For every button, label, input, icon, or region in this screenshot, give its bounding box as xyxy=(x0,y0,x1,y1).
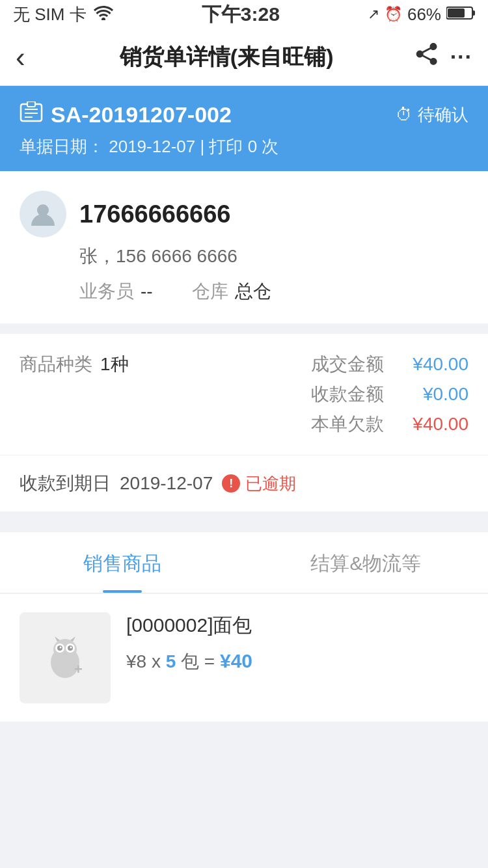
summary-left: 商品种类 1种 xyxy=(20,352,129,377)
order-banner: SA-20191207-002 ⏱ 待确认 单据日期： 2019-12-07 |… xyxy=(0,86,488,171)
order-date: 2019-12-07 xyxy=(109,137,195,156)
svg-point-17 xyxy=(60,647,62,649)
product-name: [0000002]面包 xyxy=(126,612,468,639)
status-left: 无 SIM 卡 xyxy=(13,3,114,26)
wifi-icon xyxy=(93,5,114,25)
summary-section: 商品种类 1种 成交金额 ¥40.00 收款金额 ¥0.00 本单欠款 ¥40.… xyxy=(0,334,488,455)
product-thumbnail: + xyxy=(20,612,111,703)
svg-rect-1 xyxy=(472,10,475,16)
summary-right: 成交金额 ¥40.00 收款金额 ¥0.00 本单欠款 ¥40.00 xyxy=(311,352,468,437)
transaction-value: ¥40.00 xyxy=(397,354,468,375)
share-button[interactable] xyxy=(415,42,439,72)
customer-name: 张，156 6666 6666 xyxy=(79,244,468,269)
customer-section: 17666666666 张，156 6666 6666 业务员 -- 仓库 总仓 xyxy=(0,171,488,323)
back-button[interactable]: ‹ xyxy=(16,41,38,74)
order-icon xyxy=(20,102,43,128)
customer-top: 17666666666 xyxy=(20,191,468,237)
print-count: 0 xyxy=(248,137,257,156)
print-separator: | 打印 xyxy=(200,137,247,156)
product-item: + [0000002]面包 ¥8 x 5 包 = ¥40 xyxy=(0,593,488,722)
tab-products-label: 销售商品 xyxy=(83,552,161,574)
bottom-spacer xyxy=(0,722,488,868)
divider-1 xyxy=(0,323,488,334)
warehouse-item: 仓库 总仓 xyxy=(192,279,271,304)
due-date-label: 收款到期日 xyxy=(20,471,111,496)
owed-label: 本单欠款 xyxy=(311,412,384,437)
equals-sign: = xyxy=(204,651,220,671)
overdue-text: 已逾期 xyxy=(245,472,296,495)
product-unit-price: ¥8 xyxy=(126,651,146,671)
more-button[interactable]: ··· xyxy=(450,44,472,70)
customer-phone: 17666666666 xyxy=(79,200,230,228)
page-title: 销货单详情(来自旺铺) xyxy=(38,42,415,72)
status-clock-icon: ⏱ xyxy=(396,105,413,125)
svg-point-18 xyxy=(70,647,72,649)
tabs-section: 销售商品 结算&物流等 xyxy=(0,532,488,593)
due-date-section: 收款到期日 2019-12-07 ! 已逾期 xyxy=(0,455,488,511)
owed-value: ¥40.00 xyxy=(397,414,468,435)
product-type-count: 1种 xyxy=(100,352,129,377)
battery-text: 66% xyxy=(407,5,441,25)
summary-row: 商品种类 1种 成交金额 ¥40.00 收款金额 ¥0.00 本单欠款 ¥40.… xyxy=(20,352,468,437)
overdue-dot-icon: ! xyxy=(222,474,240,493)
product-thumb-owl: + xyxy=(39,635,91,681)
svg-text:+: + xyxy=(74,661,83,677)
warehouse-label: 仓库 xyxy=(192,279,228,304)
order-id-row: SA-20191207-002 xyxy=(20,102,232,128)
alarm-icon: ⏰ xyxy=(385,6,402,23)
due-date-value: 2019-12-07 xyxy=(120,473,213,494)
nav-bar: ‹ 销货单详情(来自旺铺) ··· xyxy=(0,29,488,86)
salesman-value: -- xyxy=(141,281,153,302)
collection-value: ¥0.00 xyxy=(397,384,468,405)
transaction-row: 成交金额 ¥40.00 xyxy=(311,352,468,377)
order-date-row: 单据日期： 2019-12-07 | 打印 0 次 xyxy=(20,135,468,158)
status-text: 待确认 xyxy=(418,103,468,126)
collection-row: 收款金额 ¥0.00 xyxy=(311,382,468,407)
product-total: ¥40 xyxy=(220,650,252,671)
customer-meta: 业务员 -- 仓库 总仓 xyxy=(79,279,468,304)
divider-2 xyxy=(0,511,488,522)
overdue-badge: ! 已逾期 xyxy=(222,472,296,495)
salesman-item: 业务员 -- xyxy=(79,279,153,304)
status-time: 下午3:28 xyxy=(202,1,280,28)
date-label: 单据日期： xyxy=(20,137,104,156)
avatar xyxy=(20,191,66,237)
status-bar: 无 SIM 卡 下午3:28 ↗ ⏰ 66% xyxy=(0,0,488,29)
tab-products[interactable]: 销售商品 xyxy=(0,532,244,593)
warehouse-value: 总仓 xyxy=(235,279,271,304)
print-unit: 次 xyxy=(262,137,278,156)
order-status: ⏱ 待确认 xyxy=(396,103,468,126)
tab-settlement[interactable]: 结算&物流等 xyxy=(244,532,488,593)
price-separator: x xyxy=(152,651,166,671)
order-id: SA-20191207-002 xyxy=(51,102,232,128)
location-icon: ↗ xyxy=(368,6,379,23)
svg-rect-7 xyxy=(27,102,35,107)
transaction-label: 成交金额 xyxy=(311,352,384,377)
nav-actions: ··· xyxy=(415,42,472,72)
collection-label: 收款金额 xyxy=(311,382,384,407)
tab-settlement-label: 结算&物流等 xyxy=(310,552,421,574)
product-type-label: 商品种类 xyxy=(20,352,92,377)
status-right: ↗ ⏰ 66% xyxy=(368,5,475,25)
svg-rect-2 xyxy=(448,8,465,18)
carrier-text: 无 SIM 卡 xyxy=(13,3,87,26)
owed-row: 本单欠款 ¥40.00 xyxy=(311,412,468,437)
battery-icon xyxy=(446,5,475,25)
salesman-label: 业务员 xyxy=(79,279,134,304)
product-info: [0000002]面包 ¥8 x 5 包 = ¥40 xyxy=(126,612,468,674)
product-price-row: ¥8 x 5 包 = ¥40 xyxy=(126,649,468,674)
product-quantity: 5 xyxy=(166,651,176,671)
order-banner-top: SA-20191207-002 ⏱ 待确认 xyxy=(20,102,468,128)
product-unit: 包 xyxy=(181,651,199,671)
